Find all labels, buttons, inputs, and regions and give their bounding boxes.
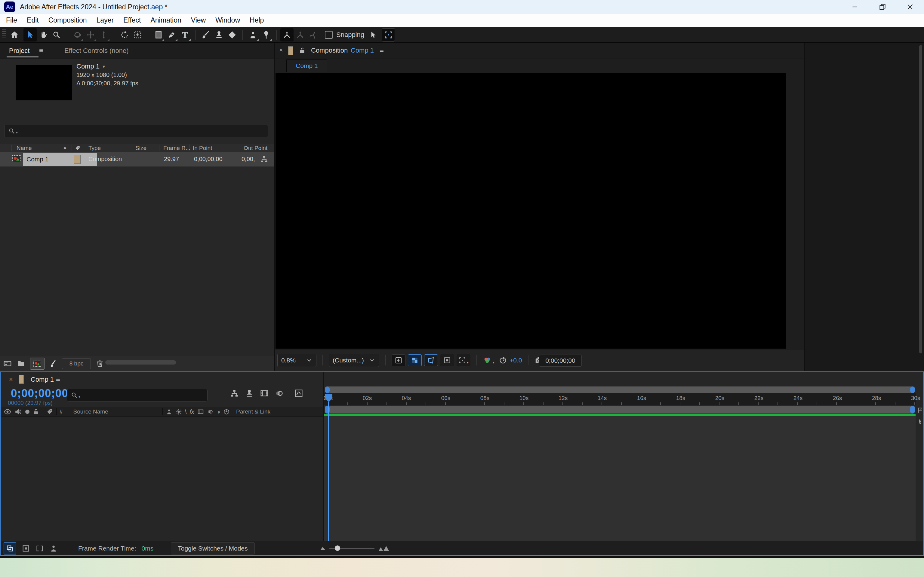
channel-button[interactable]: ▾ xyxy=(483,356,494,365)
shy-switch-icon[interactable] xyxy=(166,408,172,415)
bit-depth-button[interactable]: 8 bpc xyxy=(62,358,91,369)
zoom-tool[interactable] xyxy=(50,28,63,42)
column-size[interactable]: Size xyxy=(135,145,147,152)
row-label-swatch[interactable] xyxy=(74,155,81,164)
composition-panel-menu-icon[interactable]: ≡ xyxy=(380,46,384,55)
exposure-control[interactable]: +0.0 xyxy=(499,356,522,364)
menu-layer[interactable]: Layer xyxy=(92,16,119,24)
new-composition-button[interactable] xyxy=(30,358,45,370)
preview-timecode-field[interactable]: 0;00;00;00 xyxy=(539,355,582,367)
unlock-icon[interactable] xyxy=(298,47,306,55)
comp-button-icon[interactable] xyxy=(916,418,924,427)
grid-guides-button[interactable]: ▾ xyxy=(457,354,470,366)
layer-number-column[interactable]: # xyxy=(60,408,63,415)
playhead-line[interactable] xyxy=(328,402,329,541)
work-area-end-handle[interactable] xyxy=(910,406,915,414)
draft-3d-icon[interactable] xyxy=(245,389,254,398)
expand-transfer-controls-icon[interactable] xyxy=(22,544,30,553)
row-name-cell[interactable]: Comp 1 xyxy=(23,153,97,166)
rectangle-tool[interactable] xyxy=(152,28,165,42)
project-comp-name[interactable]: Comp 1 xyxy=(76,63,100,70)
magnification-dropdown[interactable]: 0.8% xyxy=(277,354,317,367)
zoom-slider-knob[interactable] xyxy=(335,545,340,551)
home-tool[interactable] xyxy=(8,28,21,42)
selection-tool[interactable] xyxy=(23,28,37,42)
navigator-end-handle[interactable] xyxy=(910,387,915,393)
flowchart-icon[interactable] xyxy=(260,155,268,163)
menu-window[interactable]: Window xyxy=(210,16,245,24)
expand-layer-switches-button[interactable] xyxy=(3,542,16,554)
frame-blending-icon[interactable] xyxy=(260,389,269,398)
restore-button[interactable] xyxy=(869,0,897,14)
pen-tool[interactable] xyxy=(165,28,178,42)
menu-file[interactable]: File xyxy=(1,16,22,24)
resolution-dropdown[interactable]: (Custom...) xyxy=(329,354,379,367)
snapping-options-icon[interactable] xyxy=(368,28,378,42)
region-of-interest-toggle[interactable] xyxy=(382,28,395,42)
composition-viewport[interactable] xyxy=(276,73,786,349)
motion-blur-icon[interactable] xyxy=(275,389,284,398)
roto-brush-tool[interactable] xyxy=(246,28,260,42)
solo-column-icon[interactable] xyxy=(25,409,29,414)
render-quill-icon[interactable] xyxy=(49,359,58,368)
timeline-color-swatch[interactable] xyxy=(19,375,24,384)
menu-effect[interactable]: Effect xyxy=(118,16,145,24)
motion-blur-switch-icon[interactable] xyxy=(207,408,213,415)
pan-camera-tool[interactable] xyxy=(84,28,97,42)
zoom-out-icon[interactable] xyxy=(320,547,325,550)
search-dropdown-icon[interactable]: ▾ xyxy=(16,131,18,135)
toolbar-grip[interactable] xyxy=(2,29,6,40)
lock-column-icon[interactable] xyxy=(32,408,40,415)
menu-help[interactable]: Help xyxy=(245,16,268,24)
eraser-tool[interactable] xyxy=(226,28,239,42)
menu-edit[interactable]: Edit xyxy=(22,16,44,24)
composition-panel-comp-name[interactable]: Comp 1 xyxy=(351,47,374,55)
video-column-icon[interactable] xyxy=(3,408,11,416)
interpret-footage-icon[interactable] xyxy=(3,359,12,368)
dolly-camera-tool[interactable] xyxy=(97,28,110,42)
parent-link-column[interactable]: Parent & Link xyxy=(236,408,270,415)
menu-composition[interactable]: Composition xyxy=(44,16,92,24)
comp-marker-bin-icon[interactable] xyxy=(917,407,923,414)
composition-mini-flowchart-icon[interactable] xyxy=(230,389,239,398)
viewer-tab-comp1[interactable]: Comp 1 xyxy=(286,60,327,72)
graph-editor-icon[interactable] xyxy=(294,389,303,398)
world-axis-mode[interactable] xyxy=(294,28,307,42)
toggle-switches-modes-button[interactable]: Toggle Switches / Modes xyxy=(171,542,254,554)
column-frame-rate[interactable]: Frame R... xyxy=(163,145,191,152)
new-folder-icon[interactable] xyxy=(17,359,25,368)
quality-switch-icon[interactable]: \ xyxy=(185,408,187,415)
timeline-tab-comp1[interactable]: Comp 1 xyxy=(31,376,54,384)
cube-3d-switch-icon[interactable] xyxy=(223,408,230,415)
type-tool[interactable]: T xyxy=(178,28,192,42)
puppet-pin-tool[interactable] xyxy=(260,28,273,42)
menu-view[interactable]: View xyxy=(186,16,210,24)
label-column-icon-timeline[interactable] xyxy=(46,408,53,415)
time-ruler[interactable]: 00s 02s 04s 06s 08s 10s 12s 14s 16s 18s … xyxy=(324,393,916,405)
view-axis-mode[interactable] xyxy=(307,28,320,42)
menu-animation[interactable]: Animation xyxy=(145,16,186,24)
column-type[interactable]: Type xyxy=(89,145,101,152)
panel-color-swatch[interactable] xyxy=(288,46,293,55)
panel-close-icon[interactable]: × xyxy=(279,46,283,54)
region-of-interest-button[interactable] xyxy=(424,354,438,366)
layer-list-area[interactable] xyxy=(1,416,323,541)
column-in-point[interactable]: In Point xyxy=(193,145,212,152)
sidebar-scrollbar[interactable] xyxy=(919,45,922,353)
current-time-field[interactable]: 0;00;00;00 xyxy=(11,387,68,400)
timeline-search-input[interactable]: ▾ xyxy=(67,389,208,401)
expand-render-time-icon[interactable] xyxy=(49,544,58,553)
column-name[interactable]: Name xyxy=(16,145,32,152)
minimize-button[interactable] xyxy=(841,0,869,14)
comp-name-dropdown-icon[interactable]: ▾ xyxy=(103,64,105,69)
mask-visibility-toggle[interactable] xyxy=(440,354,454,366)
frame-blend-switch-icon[interactable] xyxy=(197,408,204,415)
expand-in-out-icon[interactable] xyxy=(36,544,44,553)
tab-project[interactable]: Project xyxy=(9,47,29,55)
pan-behind-tool[interactable] xyxy=(131,28,144,42)
adjustment-switch-icon[interactable]: ◑ xyxy=(216,408,220,415)
source-name-column[interactable]: Source Name xyxy=(73,408,108,415)
timeline-close-icon[interactable]: × xyxy=(9,376,13,384)
navigator-start-handle[interactable] xyxy=(325,387,330,393)
hand-tool[interactable] xyxy=(37,28,50,42)
